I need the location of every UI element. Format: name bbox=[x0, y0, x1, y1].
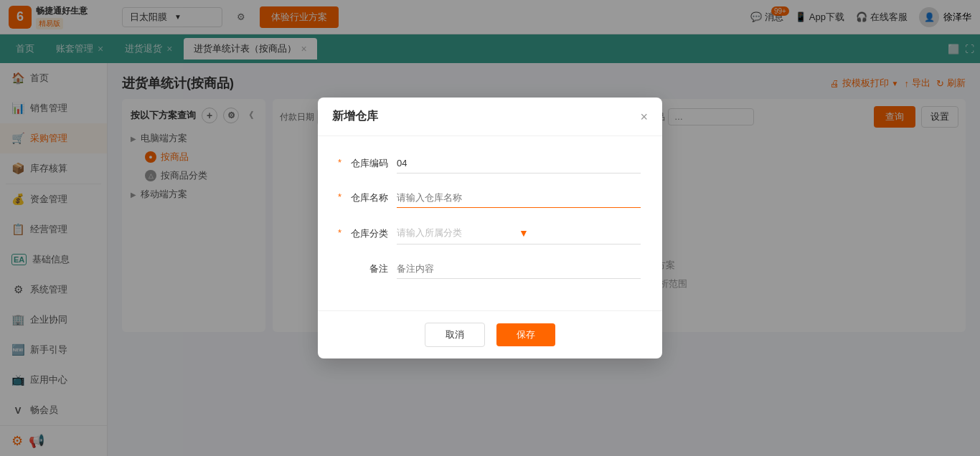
cancel-button[interactable]: 取消 bbox=[425, 323, 485, 347]
category-arrow-icon: ▼ bbox=[519, 227, 641, 239]
form-row-name: 仓库名称 bbox=[339, 188, 641, 208]
form-row-category: 仓库分类 请输入所属分类 ▼ bbox=[339, 222, 641, 244]
modal-title: 新增仓库 bbox=[332, 109, 378, 124]
form-row-code: 仓库编码 bbox=[339, 153, 641, 174]
category-select[interactable]: 请输入所属分类 ▼ bbox=[397, 222, 641, 244]
modal-body: 仓库编码 仓库名称 仓库分类 请输入所属分类 ▼ 备注 bbox=[318, 136, 662, 310]
save-button[interactable]: 保存 bbox=[496, 323, 555, 346]
category-placeholder: 请输入所属分类 bbox=[397, 227, 519, 239]
code-label: 仓库编码 bbox=[339, 157, 397, 170]
name-label: 仓库名称 bbox=[339, 191, 397, 204]
category-label: 仓库分类 bbox=[339, 227, 397, 240]
new-warehouse-modal: 新增仓库 × 仓库编码 仓库名称 仓库分类 请输入所属分类 ▼ bbox=[318, 98, 662, 358]
modal-footer: 取消 保存 bbox=[318, 310, 662, 358]
form-row-note: 备注 bbox=[339, 259, 641, 279]
modal-close-button[interactable]: × bbox=[640, 110, 648, 123]
code-input[interactable] bbox=[397, 153, 641, 174]
modal-overlay: 新增仓库 × 仓库编码 仓库名称 仓库分类 请输入所属分类 ▼ bbox=[0, 0, 980, 456]
name-input[interactable] bbox=[397, 188, 641, 208]
note-input[interactable] bbox=[397, 259, 641, 279]
modal-header: 新增仓库 × bbox=[318, 98, 662, 136]
note-label: 备注 bbox=[339, 262, 397, 275]
